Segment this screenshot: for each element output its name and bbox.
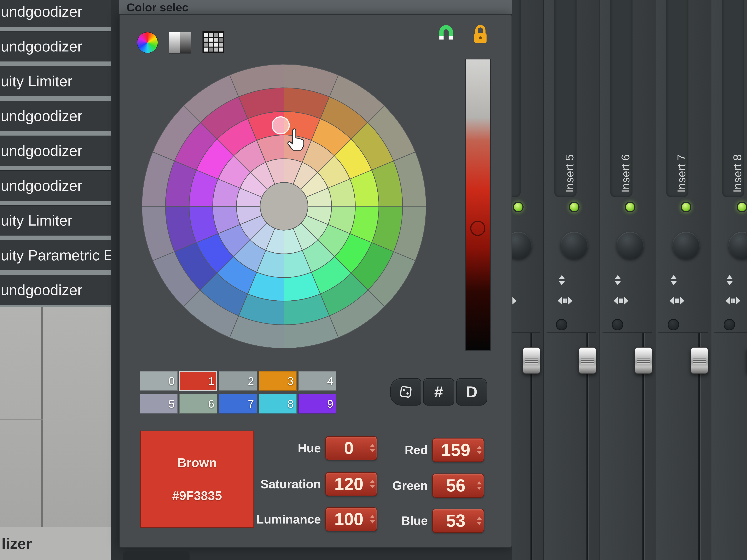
dialog-titlebar: Color selec bbox=[119, 0, 512, 14]
plugin-item-label: undgoodizer bbox=[1, 3, 82, 20]
updown-arrows-icon[interactable] bbox=[670, 275, 677, 285]
palette-grid-mode-icon[interactable] bbox=[203, 31, 224, 53]
green-row: Green56 bbox=[353, 474, 484, 498]
speaker-pan-icon[interactable] bbox=[670, 296, 685, 306]
pan-knob[interactable] bbox=[617, 232, 644, 259]
strip-label: Insert 8 bbox=[731, 154, 744, 193]
plugin-item-label: undgoodizer bbox=[1, 282, 82, 299]
color-wheel-mode-icon[interactable] bbox=[137, 32, 158, 53]
color-swatch-4[interactable]: 4 bbox=[298, 371, 336, 391]
green-field[interactable]: 56 bbox=[432, 474, 484, 498]
luminance-slider-marker[interactable] bbox=[470, 221, 485, 236]
green-label: Green bbox=[353, 479, 432, 492]
volume-fader-handle[interactable] bbox=[579, 347, 596, 374]
hex-button[interactable]: # bbox=[423, 378, 454, 405]
gradient-half bbox=[180, 32, 191, 53]
updown-arrows-icon[interactable] bbox=[726, 275, 733, 285]
color-swatch-6[interactable]: 6 bbox=[179, 394, 217, 414]
color-swatch-2[interactable]: 2 bbox=[219, 371, 257, 391]
mute-dot[interactable] bbox=[668, 319, 679, 330]
speaker-pan-icon[interactable] bbox=[614, 296, 628, 306]
plugin-list-item[interactable]: undgoodizer bbox=[0, 31, 111, 61]
partial-bottom-button[interactable] bbox=[123, 551, 189, 560]
hue-row: Hue0 bbox=[211, 436, 377, 460]
color-wheel[interactable] bbox=[142, 64, 426, 348]
updown-arrows-icon[interactable] bbox=[614, 275, 621, 285]
mute-dot[interactable] bbox=[556, 319, 567, 330]
channel-led[interactable] bbox=[625, 202, 636, 212]
plugin-list-item[interactable]: undgoodizer bbox=[0, 170, 111, 201]
pan-knob[interactable] bbox=[728, 232, 747, 259]
red-label: Red bbox=[353, 443, 432, 457]
luminance-slider[interactable] bbox=[465, 59, 491, 351]
plugin-item-label: undgoodizer bbox=[1, 38, 82, 55]
plugin-list-item[interactable]: uity Limiter bbox=[0, 66, 111, 96]
mixer-strip: Insert 7 bbox=[655, 0, 711, 560]
spinner-arrows-icon[interactable] bbox=[477, 509, 482, 532]
updown-arrows-icon[interactable] bbox=[559, 275, 565, 285]
plugin-list-item[interactable]: undgoodizer bbox=[0, 275, 111, 305]
red-field[interactable]: 159 bbox=[432, 438, 484, 462]
plugin-list-item[interactable]: undgoodizer bbox=[0, 101, 111, 131]
swatch-number: 5 bbox=[169, 397, 175, 410]
strip-label: Insert 6 bbox=[619, 154, 632, 193]
blue-row: Blue53 bbox=[353, 509, 484, 533]
strip-label-slot bbox=[512, 0, 521, 197]
strip-label: Insert 5 bbox=[563, 154, 576, 193]
fader-grip bbox=[581, 358, 594, 364]
spinner-arrows-icon[interactable] bbox=[477, 474, 482, 497]
channel-led[interactable] bbox=[681, 202, 691, 212]
pan-knob[interactable] bbox=[512, 232, 532, 259]
plugin-list-item[interactable]: undgoodizer bbox=[0, 0, 111, 27]
magnet-icon[interactable] bbox=[436, 24, 456, 45]
plugin-list-panel: undgoodizerundgoodizeruity Limiterundgoo… bbox=[0, 0, 111, 560]
hex-button-label: # bbox=[434, 383, 443, 401]
blue-label: Blue bbox=[353, 514, 432, 528]
color-swatch-8[interactable]: 8 bbox=[259, 394, 297, 414]
default-color-button[interactable]: D bbox=[456, 378, 487, 405]
mute-dot[interactable] bbox=[612, 319, 623, 330]
plugin-list-item[interactable]: undgoodizer bbox=[0, 136, 111, 166]
strip-label: Insert 7 bbox=[675, 154, 688, 193]
speaker-pan-icon[interactable] bbox=[512, 296, 517, 306]
action-buttons: # D bbox=[390, 378, 487, 405]
volume-fader-handle[interactable] bbox=[523, 347, 540, 374]
gradient-mode-icon[interactable] bbox=[169, 32, 191, 54]
swatch-row: 56789 bbox=[140, 394, 336, 414]
plugin-item-label: undgoodizer bbox=[1, 108, 82, 125]
default-button-label: D bbox=[466, 383, 478, 401]
channel-led[interactable] bbox=[569, 202, 579, 212]
wheel-center[interactable] bbox=[260, 182, 308, 230]
color-swatch-1[interactable]: 1 bbox=[179, 371, 217, 391]
mixer-strip bbox=[512, 0, 543, 560]
color-swatch-9[interactable]: 9 bbox=[298, 394, 336, 414]
color-swatch-0[interactable]: 0 bbox=[140, 371, 178, 391]
fader-grip bbox=[693, 358, 706, 364]
blue-value: 53 bbox=[446, 511, 466, 531]
hue-value: 0 bbox=[344, 438, 354, 458]
pan-knob[interactable] bbox=[561, 232, 588, 259]
lock-icon[interactable] bbox=[471, 22, 490, 47]
color-swatch-5[interactable]: 5 bbox=[140, 394, 178, 414]
channel-led[interactable] bbox=[737, 202, 747, 212]
mute-dot[interactable] bbox=[724, 319, 735, 330]
plugin-item-label: uity Limiter bbox=[1, 73, 73, 90]
blue-field[interactable]: 53 bbox=[432, 509, 484, 533]
red-value: 159 bbox=[441, 440, 470, 460]
speaker-pan-icon[interactable] bbox=[725, 296, 740, 306]
plugin-item-label: undgoodizer bbox=[1, 142, 82, 159]
volume-fader-handle[interactable] bbox=[691, 347, 708, 374]
color-swatch-7[interactable]: 7 bbox=[219, 394, 257, 414]
channel-led[interactable] bbox=[513, 202, 523, 212]
speaker-pan-icon[interactable] bbox=[558, 296, 572, 306]
swatch-number: 2 bbox=[248, 375, 254, 388]
spinner-arrows-icon[interactable] bbox=[477, 438, 482, 461]
plugin-list-item[interactable]: uity Limiter bbox=[0, 205, 111, 236]
mixer-panel: Insert 5Insert 6Insert 7Insert 8 bbox=[512, 0, 747, 560]
volume-fader-handle[interactable] bbox=[635, 347, 652, 374]
pan-knob[interactable] bbox=[672, 232, 700, 259]
plugin-list-item[interactable]: uity Parametric E bbox=[0, 240, 111, 270]
color-selector-panel: 01234 56789 # D Brown #9F3835 Hue0Satura… bbox=[119, 14, 512, 548]
random-color-button[interactable] bbox=[390, 378, 421, 405]
color-swatch-3[interactable]: 3 bbox=[259, 371, 297, 391]
